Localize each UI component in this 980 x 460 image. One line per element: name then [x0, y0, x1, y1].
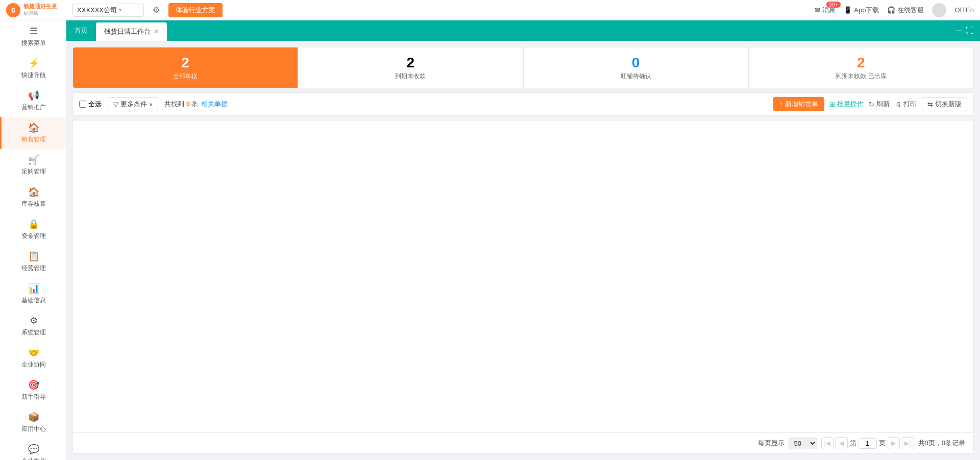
sidebar-label-inventory: 库存核算 [21, 200, 46, 208]
enterprise-icon: 🤝 [28, 347, 39, 358]
new-sale-button[interactable]: + 新增销货单 [773, 97, 824, 111]
sidebar-item-sales[interactable]: 🏠 销售管理 [0, 117, 66, 149]
stat-card-pending[interactable]: 0 旺铺待确认 [524, 47, 749, 88]
refresh-label: 刷新 [876, 100, 890, 109]
batch-icon: ⊞ [829, 101, 835, 108]
sidebar-label-operation: 经营管理 [21, 264, 46, 273]
stat-num-pending: 0 [632, 55, 640, 71]
stat-label-overdue-out: 到期未收款 已出库 [836, 72, 886, 81]
sidebar-item-app-center[interactable]: 📦 应用中心 [0, 406, 66, 439]
settings-button[interactable]: ⚙ [149, 3, 163, 17]
main-layout: ☰ 搜索菜单 ⚡ 快捷导航 📢 营销推广 🏠 销售管理 🛒 采购管理 🏠 库存核… [0, 20, 980, 460]
stat-label-all: 全部单据 [173, 72, 198, 81]
sidebar-item-finance[interactable]: 🔒 资金管理 [0, 213, 66, 246]
found-link[interactable]: 相关单据 [201, 100, 228, 108]
sidebar-item-marketing[interactable]: 📢 营销推广 [0, 85, 66, 117]
stat-card-overdue-out[interactable]: 2 到期未收款 已出库 [749, 47, 973, 88]
stat-label-pending: 旺铺待确认 [621, 72, 651, 81]
wechat-icon: 💬 [28, 444, 39, 455]
sidebar-item-quick-nav[interactable]: ⚡ 快捷导航 [0, 53, 66, 85]
header-right: ✉ 消息 99+ 📱 App下载 🎧 在线客服 OfTEn [815, 3, 974, 17]
sidebar-item-inventory[interactable]: 🏠 库存核算 [0, 181, 66, 213]
search-menu-icon: ☰ [30, 26, 38, 37]
sidebar-label-wechat: 企业微信 [21, 457, 46, 460]
toolbar-right: + 新增销货单 ⊞ 批量操作 ↻ 刷新 🖨 打印 ⇆ [773, 97, 967, 111]
sidebar-item-operation[interactable]: 📋 经营管理 [0, 246, 66, 278]
app-download-label: App下载 [854, 6, 879, 15]
sidebar-label-purchase: 采购管理 [21, 167, 46, 176]
sidebar-item-guide[interactable]: 🎯 新手引导 [0, 374, 66, 406]
logo-sub: 标准版 [23, 10, 57, 17]
sidebar-item-enterprise[interactable]: 🤝 企业协同 [0, 342, 66, 374]
service-icon: 🎧 [887, 6, 895, 14]
filter-icon: ▽ [113, 101, 118, 108]
table-area [72, 120, 974, 433]
page-content: 2 全部单据 2 到期未收款 0 旺铺待确认 2 到期未收款 已出库 [66, 41, 980, 460]
print-button[interactable]: 🖨 打印 [895, 100, 917, 109]
prev-page-button[interactable]: ◀ [836, 437, 848, 449]
stat-card-all[interactable]: 2 全部单据 [73, 47, 298, 88]
operation-icon: 📋 [28, 251, 39, 262]
chevron-down-icon: ▾ [119, 7, 121, 13]
company-selector[interactable]: XXXXXX公司 ▾ [72, 4, 144, 17]
first-page-button[interactable]: |◀ [821, 437, 834, 449]
online-service-button[interactable]: 🎧 在线客服 [887, 6, 924, 15]
company-name: XXXXXX公司 [77, 6, 117, 15]
found-count: 0 [186, 100, 190, 108]
stat-cards-row: 2 全部单据 2 到期未收款 0 旺铺待确认 2 到期未收款 已出库 [72, 47, 974, 88]
switch-label: 切换新版 [935, 100, 962, 109]
sidebar-label-base-info: 基础信息 [21, 296, 46, 305]
message-button[interactable]: ✉ 消息 99+ [815, 6, 836, 15]
next-page-button[interactable]: ▶ [888, 437, 900, 449]
base-info-icon: 📊 [28, 283, 39, 294]
page-label: 第 [850, 439, 856, 448]
experience-button[interactable]: 体验行业方案 [168, 3, 223, 17]
refresh-icon: ↻ [869, 101, 874, 108]
sidebar-label-sales: 销售管理 [21, 135, 46, 144]
finance-icon: 🔒 [28, 219, 39, 230]
sidebar-label-enterprise: 企业协同 [21, 360, 46, 369]
sidebar-item-purchase[interactable]: 🛒 采购管理 [0, 149, 66, 181]
stat-card-overdue[interactable]: 2 到期未收款 [298, 47, 523, 88]
filter-button[interactable]: ▽ 更多条件 ∨ [108, 97, 158, 111]
sidebar-label-marketing: 营销推广 [21, 103, 46, 112]
toolbar-left: 全选 ▽ 更多条件 ∨ 共找到 0 条 相关单据 [79, 97, 767, 111]
username: OfTEn [954, 6, 974, 14]
stat-num-overdue: 2 [407, 55, 415, 71]
tab-home-label: 首页 [75, 26, 88, 35]
last-page-button[interactable]: ▶| [902, 437, 914, 449]
select-all-area[interactable]: 全选 [79, 100, 102, 109]
tab-close-icon[interactable]: ✕ [154, 28, 159, 35]
page-nav: |◀ ◀ 第 页 ▶ ▶| [821, 437, 914, 449]
sidebar-item-system[interactable]: ⚙ 系统管理 [0, 310, 66, 342]
stat-label-overdue: 到期未收款 [395, 72, 426, 81]
per-page-select[interactable]: 50 100 200 [789, 438, 817, 449]
batch-operation-button[interactable]: ⊞ 批量操作 [829, 100, 864, 109]
sidebar-label-system: 系统管理 [21, 328, 46, 337]
app-download-button[interactable]: 📱 App下载 [844, 6, 879, 15]
sidebar-item-wechat[interactable]: 💬 企业微信 [0, 439, 66, 460]
download-icon: 📱 [844, 6, 852, 14]
app-center-icon: 📦 [28, 411, 39, 423]
select-all-label: 全选 [88, 100, 102, 109]
tab-expand-icon[interactable]: ⛶ [966, 26, 974, 35]
content-area: 首页 钱货日清工作台 ✕ ─ ⛶ 2 全部单据 2 到期未收款 [66, 20, 980, 460]
switch-version-button[interactable]: ⇆ 切换新版 [922, 97, 967, 111]
filter-chevron-icon: ∨ [149, 102, 153, 107]
per-page-label: 每页显示 [758, 439, 785, 448]
sales-icon: 🏠 [28, 122, 39, 133]
select-all-checkbox[interactable] [79, 101, 86, 108]
sidebar-label-app-center: 应用中心 [21, 425, 46, 433]
page-number-input[interactable] [859, 438, 877, 449]
tab-workbench[interactable]: 钱货日清工作台 ✕ [96, 22, 167, 41]
refresh-button[interactable]: ↻ 刷新 [869, 100, 890, 109]
tab-minimize-icon[interactable]: ─ [956, 26, 962, 35]
logo-text-block: 畅捷通好生意 标准版 [23, 3, 57, 17]
sidebar-item-search-menu[interactable]: ☰ 搜索菜单 [0, 20, 66, 53]
sidebar-label-search-menu: 搜索菜单 [21, 39, 46, 47]
sidebar-item-base-info[interactable]: 📊 基础信息 [0, 278, 66, 310]
tab-home[interactable]: 首页 [66, 20, 96, 41]
sidebar-label-finance: 资金管理 [21, 232, 46, 240]
avatar [932, 3, 946, 17]
stat-num-all: 2 [181, 55, 189, 71]
